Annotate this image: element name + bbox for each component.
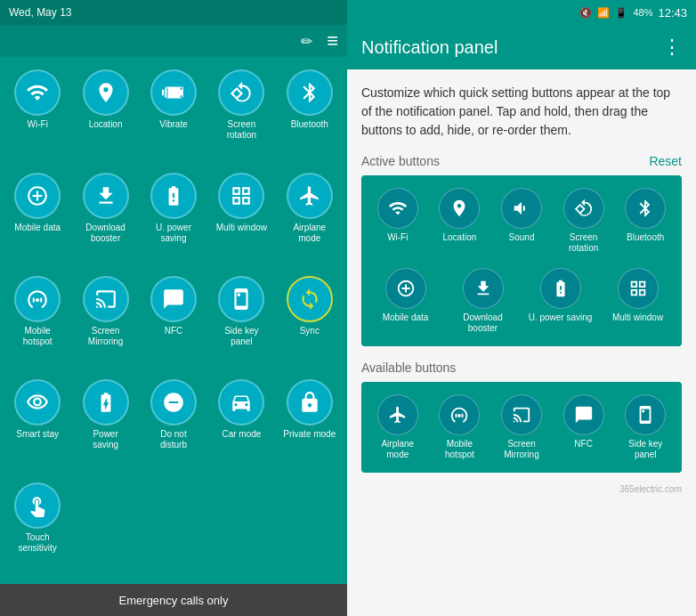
wifi-status-icon: 📶 [597, 7, 610, 19]
quick-btn-sync[interactable]: Sync [278, 271, 342, 370]
mute-icon: 🔇 [579, 7, 592, 19]
pencil-icon[interactable]: ✏ [301, 33, 312, 50]
avail-screen-mirroring[interactable]: Screen Mirroring [492, 389, 551, 466]
active-bluetooth[interactable]: Bluetooth [616, 182, 675, 259]
battery-circle [83, 379, 129, 426]
available-grid: Airplane mode Mobile hotspot Screen Mirr… [368, 389, 675, 466]
vibrate-label: Vibrate [159, 119, 188, 130]
sync-label: Sync [300, 326, 320, 336]
sync-circle [287, 276, 333, 322]
download-booster-label: Download booster [79, 223, 133, 244]
avail-hotspot[interactable]: Mobile hotspot [431, 389, 490, 466]
quick-btn-touch[interactable]: Touch sensitivity [5, 477, 69, 577]
quick-btn-private[interactable]: Private mode [278, 374, 342, 474]
side-key-label: Side key panel [214, 326, 268, 347]
right-status-bar: 🔇 📶 📱 48% 12:43 [347, 0, 696, 25]
vibrate-circle [150, 69, 197, 116]
active-rotation[interactable]: Screen rotation [554, 182, 613, 259]
touch-label: Touch sensitivity [11, 532, 64, 554]
dnd-label: Do not disturb [147, 429, 200, 450]
wifi-label: Wi-Fi [28, 119, 48, 130]
reset-button[interactable]: Reset [649, 154, 682, 168]
power-saving-circle [150, 173, 197, 219]
quick-btn-smart-stay[interactable]: Smart stay [5, 374, 69, 474]
location-label: Location [89, 119, 123, 130]
download-booster-circle [83, 173, 129, 219]
airplane-circle [287, 173, 333, 219]
nfc-circle [150, 276, 197, 322]
active-multi-window[interactable]: Multi window [601, 263, 675, 339]
available-section-header: Available buttons [361, 361, 682, 375]
car-label: Car mode [222, 429, 261, 440]
active-mobile-data[interactable]: Mobile data [368, 263, 442, 339]
multi-window-label: Multi window [216, 223, 267, 233]
hotspot-label: Mobile hotspot [11, 326, 64, 347]
side-key-circle [218, 276, 264, 322]
quick-btn-wifi[interactable]: Wi-Fi [5, 64, 69, 164]
quick-btn-bluetooth[interactable]: Bluetooth [278, 64, 342, 164]
active-sound[interactable]: Sound [492, 182, 551, 259]
multi-window-circle [218, 173, 264, 219]
dnd-circle [150, 379, 197, 426]
quick-btn-rotation[interactable]: Screen rotation [209, 64, 273, 164]
left-status-bar: Wed, May 13 [0, 0, 347, 25]
right-content: Customize which quick setting buttons ap… [347, 69, 696, 616]
avail-airplane[interactable]: Airplane mode [368, 389, 427, 466]
quick-btn-hotspot[interactable]: Mobile hotspot [5, 271, 69, 370]
wifi-circle [14, 69, 61, 116]
time-display: 12:43 [658, 6, 687, 20]
panel-title: Notification panel [361, 37, 498, 58]
quick-btn-dnd[interactable]: Do not disturb [142, 374, 206, 474]
active-power-saving[interactable]: U. power saving [523, 263, 597, 339]
private-circle [287, 379, 333, 426]
battery-label: Power saving [79, 429, 133, 450]
location-circle [83, 69, 129, 116]
nfc-label: NFC [165, 326, 183, 336]
quick-btn-multi-window[interactable]: Multi window [209, 167, 273, 267]
emergency-text: Emergency calls only [119, 594, 229, 607]
power-saving-label: U. power saving [147, 223, 200, 244]
quick-btn-vibrate[interactable]: Vibrate [142, 64, 206, 164]
active-row1: Wi-Fi Location Sound Screen rotation Blu… [368, 182, 675, 259]
airplane-label: Airplane mode [283, 223, 336, 244]
active-wifi[interactable]: Wi-Fi [368, 182, 427, 259]
smart-stay-circle [14, 379, 61, 426]
quick-btn-airplane[interactable]: Airplane mode [278, 167, 342, 267]
active-title: Active buttons [361, 154, 440, 168]
menu-icon[interactable]: ≡ [327, 29, 338, 53]
car-circle [218, 379, 264, 426]
quick-btn-mobile-data[interactable]: Mobile data [5, 167, 69, 267]
quick-btn-screen-mirroring[interactable]: Screen Mirroring [73, 271, 137, 370]
screen-mirroring-label: Screen Mirroring [79, 326, 133, 347]
active-download-booster[interactable]: Download booster [446, 263, 520, 339]
left-header: ✏ ≡ [0, 25, 347, 57]
quick-btn-nfc[interactable]: NFC [142, 271, 206, 370]
smart-stay-label: Smart stay [16, 429, 59, 440]
right-panel: 🔇 📶 📱 48% 12:43 Notification panel ⋮ Cus… [347, 0, 696, 616]
quick-btn-battery[interactable]: Power saving [73, 374, 137, 474]
touch-circle [14, 482, 61, 529]
mobile-data-circle [14, 173, 61, 219]
avail-nfc[interactable]: NFC [554, 389, 613, 466]
quick-buttons-grid: Wi-Fi Location Vibrate Screen rotation B… [0, 57, 347, 584]
active-row2: Mobile data Download booster U. power sa… [368, 263, 675, 339]
signal-icon: 📱 [615, 7, 627, 19]
hotspot-circle [14, 276, 61, 322]
more-options-icon[interactable]: ⋮ [662, 36, 682, 59]
quick-btn-side-key[interactable]: Side key panel [209, 271, 273, 370]
rotation-label: Screen rotation [214, 119, 268, 141]
quick-btn-location[interactable]: Location [73, 64, 137, 164]
available-title: Available buttons [361, 361, 456, 375]
quick-btn-power-saving[interactable]: U. power saving [142, 167, 206, 267]
screen-mirroring-circle [83, 276, 129, 322]
avail-side-key[interactable]: Side key panel [616, 389, 675, 466]
rotation-circle [218, 69, 264, 116]
quick-btn-car[interactable]: Car mode [209, 374, 273, 474]
private-label: Private mode [283, 429, 336, 440]
active-location[interactable]: Location [431, 182, 490, 259]
quick-btn-download-booster[interactable]: Download booster [73, 167, 137, 267]
left-panel: Wed, May 13 ✏ ≡ Wi-Fi Location Vibrate [0, 0, 347, 616]
mobile-data-label: Mobile data [14, 223, 61, 233]
right-header: Notification panel ⋮ [347, 25, 696, 69]
watermark: 365electric.com [619, 484, 682, 494]
